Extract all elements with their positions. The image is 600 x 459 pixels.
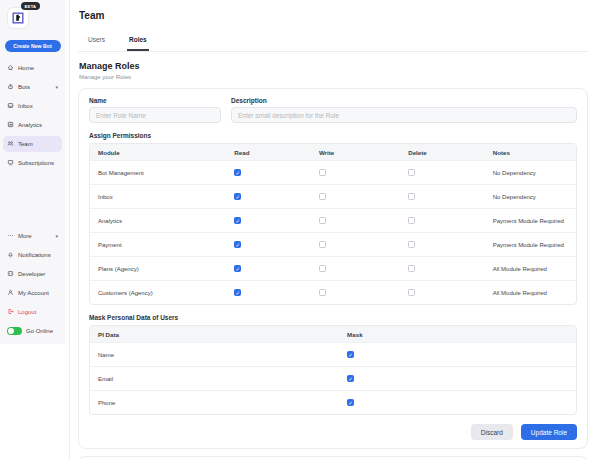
mask-checkbox[interactable] — [347, 399, 354, 406]
write-checkbox[interactable] — [319, 265, 326, 272]
sidebar-panel: BETA Create New Bot Home Bots ▾ Inbox — [0, 0, 65, 344]
permissions-table-header: Module Read Write Delete Notes — [90, 144, 576, 160]
notes-text: All Module Required — [493, 290, 568, 296]
column-header-notes: Notes — [493, 149, 568, 156]
module-name: Analytics — [98, 218, 234, 224]
read-checkbox[interactable] — [234, 169, 241, 176]
subscriptions-icon — [7, 159, 14, 166]
permission-row: Customers (Agency) All Module Required — [90, 280, 576, 304]
read-checkbox[interactable] — [234, 193, 241, 200]
column-header-delete: Delete — [408, 149, 493, 156]
mask-rows: Name Email Phone — [90, 342, 576, 414]
name-field-group: Name — [89, 97, 221, 123]
sidebar-item-label: Subscriptions — [18, 160, 54, 166]
sidebar: BETA Create New Bot Home Bots ▾ Inbox — [0, 0, 70, 459]
permissions-table: Module Read Write Delete Notes Bot Manag… — [89, 143, 577, 305]
sidebar-item-logout[interactable]: Logout — [3, 304, 62, 320]
sidebar-item-my-account[interactable]: My Account — [3, 285, 62, 301]
role-form: Name Description — [89, 97, 577, 123]
permissions-rows: Bot Management No Dependency Inbox — [90, 160, 576, 304]
go-online-toggle[interactable]: Go Online — [3, 324, 62, 338]
mask-checkbox[interactable] — [347, 351, 354, 358]
mask-checkbox[interactable] — [347, 375, 354, 382]
write-checkbox[interactable] — [319, 169, 326, 176]
read-checkbox[interactable] — [234, 265, 241, 272]
module-name: Payment — [98, 242, 234, 248]
sidebar-item-home[interactable]: Home — [3, 60, 62, 76]
sidebar-item-label: Inbox — [18, 103, 33, 109]
logout-icon — [7, 308, 14, 315]
tab-bar: Users Roles — [78, 33, 588, 52]
permission-row: Bot Management No Dependency — [90, 160, 576, 184]
sidebar-item-team[interactable]: Team — [3, 136, 62, 152]
update-role-button[interactable]: Update Role — [521, 424, 577, 440]
sidebar-item-inbox[interactable]: Inbox — [3, 98, 62, 114]
permission-row: Inbox No Dependency — [90, 184, 576, 208]
role-description-input[interactable] — [231, 107, 577, 123]
app-logo[interactable] — [8, 8, 28, 28]
write-checkbox[interactable] — [319, 241, 326, 248]
go-online-label: Go Online — [26, 328, 53, 334]
permission-row: Analytics Payment Module Required — [90, 208, 576, 232]
bell-icon — [7, 251, 14, 258]
sidebar-item-developer[interactable]: Developer — [3, 266, 62, 282]
brand-area: BETA — [0, 0, 65, 32]
manage-roles-card: Name Description Assign Permissions Modu… — [78, 88, 588, 449]
permission-row: Payment Payment Module Required — [90, 232, 576, 256]
tab-roles[interactable]: Roles — [127, 33, 149, 51]
home-icon — [7, 64, 14, 71]
description-label: Description — [231, 97, 577, 104]
beta-badge: BETA — [21, 2, 40, 10]
write-checkbox[interactable] — [319, 193, 326, 200]
delete-checkbox[interactable] — [408, 265, 415, 272]
mask-row: Email — [90, 366, 576, 390]
description-field-group: Description — [231, 97, 577, 123]
read-checkbox[interactable] — [234, 241, 241, 248]
more-dots-icon — [7, 232, 14, 239]
tab-users[interactable]: Users — [86, 33, 107, 51]
sidebar-item-label: Notifications — [18, 252, 51, 258]
section-subtitle: Manage your Roles — [79, 74, 588, 80]
delete-checkbox[interactable] — [408, 169, 415, 176]
write-checkbox[interactable] — [319, 217, 326, 224]
read-checkbox[interactable] — [234, 217, 241, 224]
analytics-icon — [7, 121, 14, 128]
write-checkbox[interactable] — [319, 289, 326, 296]
module-name: Customers (Agency) — [98, 290, 234, 296]
sidebar-item-subscriptions[interactable]: Subscriptions — [3, 155, 62, 171]
discard-button[interactable]: Discard — [471, 424, 513, 440]
notes-text: Payment Module Required — [493, 218, 568, 224]
delete-checkbox[interactable] — [408, 217, 415, 224]
sidebar-item-notifications[interactable]: Notifications — [3, 247, 62, 263]
sidebar-nav: Home Bots ▾ Inbox Analytics Te — [0, 58, 65, 338]
sidebar-item-more[interactable]: More ▾ — [3, 228, 62, 244]
sidebar-item-bots[interactable]: Bots ▾ — [3, 79, 62, 95]
chevron-down-icon: ▾ — [55, 84, 58, 90]
delete-checkbox[interactable] — [408, 193, 415, 200]
sidebar-item-label: Logout — [18, 309, 36, 315]
column-header-mask: Mask — [347, 331, 568, 338]
account-icon — [7, 289, 14, 296]
pi-data-name: Email — [98, 376, 347, 382]
delete-checkbox[interactable] — [408, 241, 415, 248]
team-icon — [7, 140, 14, 147]
name-label: Name — [89, 97, 221, 104]
sidebar-item-label: Team — [18, 141, 33, 147]
create-new-bot-button[interactable]: Create New Bot — [5, 40, 61, 52]
section-title: Manage Roles — [79, 61, 588, 71]
module-name: Plans (Agency) — [98, 266, 234, 272]
sidebar-item-label: Bots — [18, 84, 30, 90]
notes-text: No Dependency — [493, 194, 568, 200]
sidebar-item-analytics[interactable]: Analytics — [3, 117, 62, 133]
delete-checkbox[interactable] — [408, 289, 415, 296]
sidebar-item-label: Home — [18, 65, 34, 71]
read-checkbox[interactable] — [234, 289, 241, 296]
sidebar-spacer — [0, 172, 65, 226]
developer-icon — [7, 270, 14, 277]
column-header-write: Write — [319, 149, 408, 156]
module-name: Bot Management — [98, 170, 234, 176]
pi-data-name: Phone — [98, 400, 347, 406]
role-name-input[interactable] — [89, 107, 221, 123]
pi-data-name: Name — [98, 352, 347, 358]
sidebar-item-label: Analytics — [18, 122, 42, 128]
